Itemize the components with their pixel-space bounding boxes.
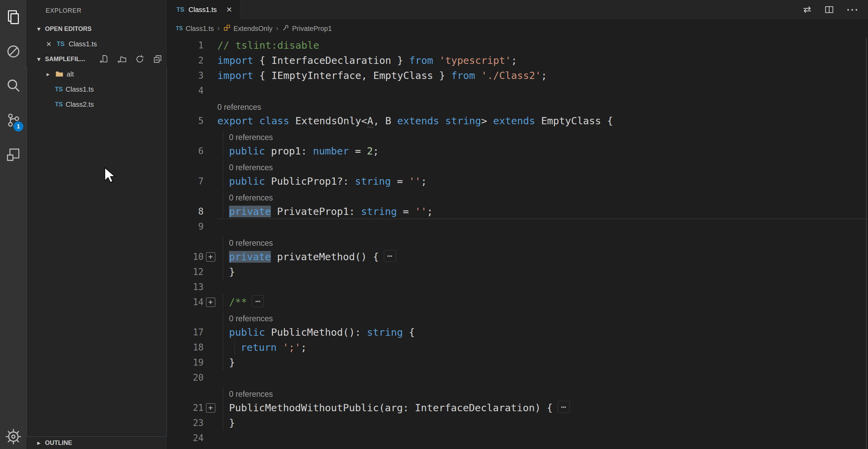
code-line-content[interactable]: 0 references: [217, 236, 868, 249]
code-line-content[interactable]: [217, 219, 868, 234]
sidebar-title-label: EXPLORER: [46, 7, 81, 14]
code-token: }: [229, 266, 235, 278]
code-line-content[interactable]: 0 references: [217, 387, 868, 400]
fold-column: [204, 204, 217, 219]
code-line-content[interactable]: // tslint:disable: [217, 38, 868, 53]
line-number: 23: [167, 415, 204, 430]
code-line-content[interactable]: 0 references: [217, 312, 868, 325]
activity-bar-disable-view[interactable]: [0, 34, 26, 69]
code-line-content[interactable]: 0 references: [217, 191, 868, 204]
activity-bar-settings[interactable]: [0, 424, 26, 449]
code-line-content[interactable]: public PublicMethod(): string {: [217, 325, 868, 340]
vscode-window: 1 EXPLORER: [0, 0, 868, 449]
code-token: PrivateProp1:: [271, 206, 361, 217]
new-file-button[interactable]: [100, 55, 108, 64]
indent-guide: [223, 161, 223, 174]
code-token: /**: [229, 296, 247, 308]
code-line-content[interactable]: PublicMethodWithoutPublic(arg: Interface…: [217, 400, 868, 415]
codelens-references[interactable]: 0 references: [229, 390, 273, 399]
tree-item-class2[interactable]: TS Class2.ts: [27, 97, 167, 112]
code-line-content[interactable]: public PublicProp1?: string = '';: [217, 174, 868, 189]
breadcrumb-property[interactable]: PrivateProp1: [282, 24, 332, 33]
code-line-content[interactable]: [217, 430, 868, 446]
split-editor-icon[interactable]: [824, 4, 834, 15]
code-line-3: 3import { IEmptyInterface, EmptyClass } …: [167, 68, 868, 83]
breadcrumb-class[interactable]: ExtendsOnly: [223, 24, 272, 33]
gear-icon: [5, 429, 21, 445]
breadcrumb-file[interactable]: TS Class1.ts: [176, 25, 214, 33]
line-number: 20: [167, 370, 204, 385]
code-line-content[interactable]: [217, 279, 868, 295]
code-line-content[interactable]: }: [217, 415, 868, 430]
tree-item-folder-alt[interactable]: ▸ alt: [27, 67, 167, 82]
code-token: {: [403, 326, 415, 338]
line-number: 9: [167, 219, 204, 234]
code-line-content[interactable]: 0 references: [217, 161, 868, 174]
code-line-9: 9: [167, 219, 868, 234]
code-token: string: [355, 175, 391, 187]
tab-class1[interactable]: TS Class1.ts ×: [167, 0, 240, 19]
tab-close-icon[interactable]: ×: [226, 5, 232, 14]
editor-scrollbar[interactable]: [866, 38, 867, 449]
activity-bar-explorer[interactable]: [0, 0, 26, 34]
code-line-8: 8private PrivateProp1: string = '';: [167, 204, 868, 219]
code-line-content[interactable]: /**⋯: [217, 295, 868, 310]
code-line-content[interactable]: }: [217, 264, 868, 279]
tree-item-class1[interactable]: TS Class1.ts: [27, 82, 167, 97]
fold-plus-icon[interactable]: +: [206, 403, 215, 413]
code-line-content[interactable]: private privateMethod() {⋯: [217, 249, 868, 264]
folder-section-header[interactable]: ▾ SAMPLEFIL...: [26, 51, 167, 67]
line-number: 5: [167, 113, 204, 128]
codelens-references[interactable]: 0 references: [217, 103, 261, 112]
fold-expand-control[interactable]: +: [204, 249, 217, 264]
open-editors-header[interactable]: ▾ OPEN EDITORS: [26, 21, 167, 36]
code-line-content[interactable]: private PrivateProp1: string = '';: [217, 204, 868, 219]
collapse-folders-button[interactable]: [153, 55, 162, 64]
code-line-content[interactable]: import { InterfaceDeclaration } from 'ty…: [217, 53, 868, 68]
outline-section-header[interactable]: ▸ OUTLINE: [26, 437, 167, 449]
code-line-content[interactable]: [217, 83, 868, 98]
refresh-explorer-button[interactable]: [135, 55, 144, 64]
open-editor-item[interactable]: × TS Class1.ts: [26, 36, 167, 51]
code-line-6: 6public prop1: number = 2;: [167, 143, 868, 159]
code-token: [253, 115, 259, 127]
codelens-references[interactable]: 0 references: [229, 239, 273, 247]
codelens-references[interactable]: 0 references: [229, 193, 273, 202]
fold-expand-control[interactable]: +: [204, 400, 217, 415]
folded-code-ellipsis[interactable]: ⋯: [384, 250, 396, 262]
fold-expand-control[interactable]: +: [204, 295, 217, 310]
folder-icon: [55, 70, 64, 79]
code-line-content[interactable]: 0 references: [217, 100, 868, 113]
fold-plus-icon[interactable]: +: [206, 252, 215, 262]
code-token: PublicMethodWithoutPublic(arg: Interface…: [229, 402, 553, 414]
indent-guide: [223, 174, 223, 189]
tree-item-label: alt: [67, 70, 74, 78]
code-line-content[interactable]: }: [217, 355, 868, 370]
fold-column: [204, 174, 217, 189]
code-line-content[interactable]: 0 references: [217, 130, 868, 143]
code-line-content[interactable]: export class ExtendsOnly<A, B extends st…: [217, 113, 868, 128]
code-token: string: [361, 206, 397, 217]
line-number: 6: [167, 143, 204, 159]
code-line-content[interactable]: import { IEmptyInterface, EmptyClass } f…: [217, 68, 868, 83]
codelens-references[interactable]: 0 references: [229, 314, 273, 323]
more-actions-icon[interactable]: ⋯: [846, 3, 858, 16]
folded-code-ellipsis[interactable]: ⋯: [558, 401, 570, 413]
open-editor-label: Class1.ts: [69, 40, 97, 48]
activity-bar-search[interactable]: [0, 69, 26, 103]
codelens-references[interactable]: 0 references: [229, 163, 273, 172]
folded-code-ellipsis[interactable]: ⋯: [252, 295, 264, 307]
fold-plus-icon[interactable]: +: [206, 298, 215, 307]
activity-bar-extensions[interactable]: [0, 137, 26, 172]
activity-bar-source-control[interactable]: 1: [0, 103, 26, 137]
close-icon[interactable]: ×: [45, 39, 53, 48]
codelens-references[interactable]: 0 references: [229, 133, 273, 142]
line-number: 17: [167, 325, 204, 340]
code-line-content[interactable]: return ';';: [217, 340, 868, 355]
code-line-content[interactable]: [217, 370, 868, 385]
code-line-content[interactable]: public prop1: number = 2;: [217, 143, 868, 159]
indent-guide: [223, 355, 223, 370]
code-line-10: 10+private privateMethod() {⋯: [167, 249, 868, 264]
swap-arrows-icon[interactable]: [802, 4, 812, 15]
new-folder-button[interactable]: [117, 55, 126, 64]
